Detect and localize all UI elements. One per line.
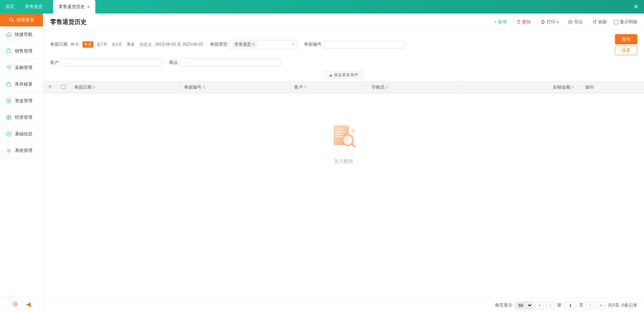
- toolbar: + 新增 删除 打印 ▾ 导出 刷新: [492, 18, 637, 26]
- window-close-icon[interactable]: ✕: [634, 3, 639, 10]
- refresh-button[interactable]: 刷新: [590, 18, 610, 26]
- sort-actual-amount-icon: ⇅: [571, 85, 574, 89]
- page-title: 零售退货历史: [50, 18, 87, 26]
- doc-type-tag: 零售退货 ✕: [233, 41, 257, 48]
- last-page-btn[interactable]: »: [597, 301, 605, 309]
- sidebar-item-finance-label: 资金管理: [15, 98, 32, 104]
- print-label: 打印: [547, 19, 555, 25]
- svg-rect-19: [335, 129, 344, 130]
- sidebar-item-operation[interactable]: 经营管理: [0, 109, 43, 126]
- th-actual-amount-label: 实销金额: [553, 84, 570, 90]
- sidebar-item-inventory-label: 库存核算: [15, 81, 32, 87]
- doc-type-remove-icon[interactable]: ✕: [252, 42, 255, 47]
- table-header-row: 单据日期 ⇅ 单据编号 ⇅ 客户: [43, 81, 644, 93]
- th-actual-amount[interactable]: 实销金额 ⇅: [461, 81, 581, 93]
- show-detail-label: 显示明细: [620, 19, 637, 25]
- th-settings[interactable]: [43, 81, 57, 93]
- tab-retail-return-history[interactable]: 零售退货历史 ✕: [53, 0, 95, 14]
- current-page-input[interactable]: [564, 302, 576, 309]
- sidebar-item-basic-info[interactable]: 基础信息: [0, 126, 43, 142]
- th-customer[interactable]: 客户 ⇅: [290, 81, 367, 93]
- table-container[interactable]: 单据日期 ⇅ 单据编号 ⇅ 客户: [43, 81, 644, 298]
- sidebar-item-finance[interactable]: 资金管理: [0, 93, 43, 109]
- print-chevron-icon: ▾: [557, 20, 558, 24]
- sort-doc-date-icon: ⇅: [93, 85, 95, 89]
- delete-button[interactable]: 删除: [514, 18, 534, 26]
- tab-list: 首页 零售退货 ✕ 零售退货历史 ✕: [0, 0, 634, 14]
- page-word: 第: [557, 302, 562, 308]
- sort-doc-no-icon: ⇅: [202, 85, 205, 89]
- sidebar-search-label: 搜索菜单: [17, 17, 34, 23]
- top-bar-right: ✕: [634, 3, 644, 10]
- print-button[interactable]: 打印 ▾: [538, 18, 561, 26]
- svg-line-25: [352, 144, 355, 147]
- pagination-bar: 每页显示 50 10 20 100 « ‹ 第 页 › » 共0页, 0条记录: [43, 298, 644, 312]
- query-button[interactable]: 查询: [615, 34, 637, 44]
- svg-rect-11: [7, 132, 11, 136]
- customer-label: 客户: [50, 60, 59, 66]
- empty-illustration: [327, 120, 361, 154]
- th-checkbox[interactable]: [57, 81, 70, 93]
- svg-rect-5: [7, 84, 11, 86]
- first-page-btn[interactable]: «: [535, 301, 544, 309]
- delete-icon: [516, 20, 521, 24]
- refresh-icon: [592, 20, 597, 24]
- setting-button[interactable]: 设置: [615, 46, 637, 55]
- tab-retail-return[interactable]: 零售退货 ✕: [20, 0, 53, 14]
- prev-page-btn[interactable]: ‹: [546, 301, 554, 309]
- export-button[interactable]: 导出: [565, 18, 586, 26]
- tab-home[interactable]: 首页: [0, 0, 20, 14]
- speaker-bottom-icon[interactable]: ◀: [26, 300, 31, 308]
- svg-line-1: [12, 21, 14, 22]
- shortcut-more[interactable]: 更多: [125, 41, 136, 48]
- th-doc-date[interactable]: 单据日期 ⇅: [70, 81, 180, 93]
- shortcut-1month[interactable]: 近1月: [111, 41, 124, 48]
- empty-text: 暂无数据: [334, 158, 353, 164]
- sidebar-item-inventory[interactable]: 库存核算: [0, 76, 43, 93]
- settings-bottom-icon[interactable]: ⚙: [13, 300, 18, 308]
- product-label: 商品: [169, 60, 178, 66]
- th-guide[interactable]: 导购员 ⇅: [367, 81, 461, 93]
- th-guide-label: 导购员: [372, 84, 385, 90]
- show-detail-checkbox[interactable]: 显示明细: [614, 19, 637, 25]
- sidebar-item-purchase[interactable]: 采购管理: [0, 60, 43, 76]
- product-input[interactable]: ...: [180, 59, 281, 66]
- close-retail-return-tab[interactable]: ✕: [45, 5, 48, 9]
- th-doc-no[interactable]: 单据编号 ⇅: [180, 81, 290, 93]
- svg-rect-2: [7, 50, 11, 53]
- new-button[interactable]: + 新增: [492, 18, 509, 26]
- shortcut-custom[interactable]: 自定义: [138, 41, 153, 48]
- next-page-btn[interactable]: ›: [586, 301, 594, 309]
- sidebar-item-sales[interactable]: 销售管理: [0, 43, 43, 60]
- th-operation: 操作: [581, 81, 644, 93]
- page-header: 零售退货历史 + 新增 删除 打印 ▾ 导出 刷新: [43, 14, 644, 29]
- shortcut-7days[interactable]: 近7天: [95, 41, 109, 48]
- sales-icon: [5, 48, 12, 54]
- date-range-text: 2023-06-02 至 2023-06-02: [155, 42, 203, 47]
- date-shortcuts: 昨天 今天 近7天 近1月 更多 自定义: [70, 41, 153, 48]
- sidebar-item-quick-nav[interactable]: 快捷导航: [0, 26, 43, 43]
- sidebar-item-operation-label: 经营管理: [15, 114, 32, 120]
- sidebar-item-sys-mgmt-label: 系统管理: [15, 148, 32, 154]
- doc-type-select[interactable]: 零售退货 ✕ ▾: [230, 40, 297, 49]
- doc-no-input[interactable]: [324, 41, 405, 48]
- inventory-icon: [5, 81, 12, 88]
- product-placeholder: ...: [183, 60, 187, 65]
- select-all-checkbox[interactable]: [61, 85, 66, 89]
- shortcut-yesterday[interactable]: 昨天: [70, 41, 80, 48]
- tab-retail-return-history-label: 零售退货历史: [58, 4, 85, 10]
- sidebar-item-sys-mgmt[interactable]: 系统管理: [0, 142, 43, 159]
- shortcut-today[interactable]: 今天: [82, 41, 93, 48]
- show-detail-input[interactable]: [614, 20, 618, 24]
- customer-input[interactable]: ...: [61, 59, 162, 66]
- close-retail-return-history-tab[interactable]: ✕: [87, 5, 90, 9]
- filter-area: 单据日期 昨天 今天 近7天 近1月 更多 自定义 2023-06-02 至 2…: [43, 29, 644, 81]
- page-size-select[interactable]: 50 10 20 100: [515, 302, 533, 309]
- date-label: 单据日期: [50, 41, 68, 47]
- filter-customer: 客户 ...: [50, 59, 162, 66]
- collapse-button[interactable]: ▲ 收起更多条件: [325, 71, 363, 79]
- page-size-label: 每页显示: [495, 302, 512, 308]
- doc-type-selected-label: 零售退货: [235, 42, 251, 47]
- sidebar-bottom: ⚙ ◀: [0, 296, 43, 312]
- sidebar-search[interactable]: 搜索菜单: [0, 14, 43, 26]
